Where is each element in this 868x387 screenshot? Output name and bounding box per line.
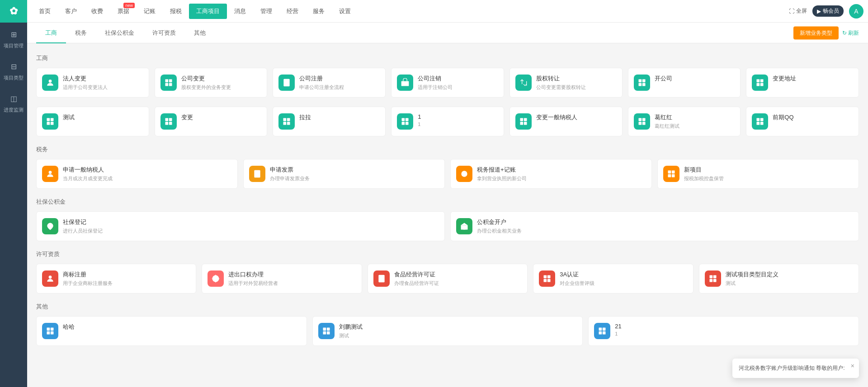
tab-shebao[interactable]: 社保公积金 <box>96 23 143 43</box>
notification-close-btn[interactable]: × <box>851 362 854 369</box>
fullscreen-icon: ⛶ <box>789 8 794 14</box>
sidebar-item-project-type[interactable]: ⊟ 项目类型 <box>0 55 27 87</box>
nav-service[interactable]: 服务 <box>306 0 332 23</box>
section-title-gongshang: 工商 <box>36 54 859 62</box>
card-title-company-register: 公司注册 <box>299 75 380 83</box>
card-num21[interactable]: 21 1 <box>588 316 859 346</box>
card-equity-transfer[interactable]: 股权转让 公司变更需要股权转让 <box>509 68 623 98</box>
fullscreen-btn[interactable]: ⛶ 全屏 <box>789 7 807 15</box>
card-test[interactable]: 测试 <box>36 107 149 136</box>
card-company-cancel[interactable]: 公司注销 适用于注销公司 <box>391 68 504 98</box>
nav-business[interactable]: 工商项目 <box>189 4 227 19</box>
gongshang-cards-row1: 法人变更 适用于公司变更法人 公司变更 股权变更外的业务变更 <box>36 68 859 98</box>
svg-rect-69 <box>713 279 716 282</box>
main-area: 首页 客户 收费 票据 new 记账 报税 工商项目 消息 管理 经营 服务 设… <box>27 0 868 387</box>
card-title-test: 测试 <box>63 113 143 121</box>
card-desc-gehonghong: 葛红红测试 <box>655 123 735 130</box>
card-open-company[interactable]: 开公司 <box>628 68 741 98</box>
card-change-general-taxpayer[interactable]: 变更一般纳税人 <box>509 107 623 136</box>
card-social-insurance[interactable]: 社保登记 进行人员社保登记 <box>36 211 445 241</box>
card-title-haha: 哈哈 <box>63 323 301 331</box>
card-title-liupeng-test: 刘鹏测试 <box>339 323 577 331</box>
card-apply-general-taxpayer[interactable]: 申请一般纳税人 当月或次月成变更完成 <box>36 159 238 189</box>
svg-rect-77 <box>326 331 330 335</box>
svg-rect-35 <box>524 118 527 121</box>
card-gehonghong[interactable]: 葛红红 葛红红测试 <box>628 107 741 136</box>
svg-rect-2 <box>169 79 172 83</box>
card-change2[interactable]: 变更 <box>155 107 268 136</box>
topnav: 首页 客户 收费 票据 new 记账 报税 工商项目 消息 管理 经营 服务 设… <box>27 0 868 23</box>
card-title-change2: 变更 <box>181 113 262 121</box>
card-desc-equity-transfer: 公司变更需要股权转让 <box>536 84 617 91</box>
nav-tax[interactable]: 报税 <box>163 0 189 23</box>
nav-operation[interactable]: 经营 <box>279 0 306 23</box>
card-title-new-project: 新项目 <box>684 166 853 174</box>
card-desc-housing-fund: 办理公积金相关业务 <box>477 228 853 234</box>
section-title-xuke: 许可资质 <box>36 250 859 258</box>
nav-accounting[interactable]: 记账 <box>137 0 163 23</box>
card-num1[interactable]: 1 1 <box>391 107 504 136</box>
nav-tickets[interactable]: 票据 new <box>110 0 137 23</box>
svg-rect-66 <box>709 275 712 279</box>
card-title-social-insurance: 社保登记 <box>63 218 439 226</box>
tab-shuiwu[interactable]: 税务 <box>66 23 96 43</box>
card-import-export[interactable]: 进出口权办理 适用于对外贸易经营者 <box>202 264 362 294</box>
vip-btn[interactable]: ▶ 畅会员 <box>812 5 844 17</box>
card-company-change[interactable]: 公司变更 股权变更外的业务变更 <box>155 68 268 98</box>
card-icon-apply-invoice <box>249 166 265 182</box>
card-tax-report[interactable]: 税务报道+记账 拿到营业执照的新公司 <box>450 159 652 189</box>
svg-rect-42 <box>757 118 760 121</box>
card-icon-liupeng-test <box>318 323 335 339</box>
project-type-icon: ⊟ <box>7 60 20 73</box>
svg-rect-19 <box>51 118 54 121</box>
nav-home[interactable]: 首页 <box>32 0 58 23</box>
card-company-register[interactable]: 公司注册 申请公司注册全流程 <box>273 68 386 98</box>
sidebar-logo[interactable]: ✿ <box>0 0 27 23</box>
project-management-icon: ⊞ <box>7 28 20 41</box>
avatar[interactable]: A <box>849 4 863 19</box>
card-apply-invoice[interactable]: 申请发票 办理申请发票业务 <box>243 159 445 189</box>
nav-message[interactable]: 消息 <box>227 0 253 23</box>
content: 工商 税务 社保公积金 许可资质 其他 新增业务类型 ↻ 刷新 工商 <box>27 23 868 387</box>
card-lala[interactable]: 拉拉 <box>273 107 386 136</box>
svg-rect-56 <box>463 227 466 230</box>
tabs-right: 新增业务类型 ↻ 刷新 <box>793 26 859 39</box>
card-new-project[interactable]: 新项目 报税加税控盘保管 <box>657 159 859 189</box>
vip-icon: ▶ <box>817 8 821 14</box>
svg-rect-26 <box>283 118 287 121</box>
card-3a-cert[interactable]: 3A认证 对企业信誉评级 <box>533 264 693 294</box>
section-title-other: 其他 <box>36 303 859 311</box>
card-trademark[interactable]: 商标注册 用于企业商标注册服务 <box>36 264 196 294</box>
sidebar-item-label: 项目管理 <box>4 42 24 49</box>
card-desc-tax-report: 拿到营业执照的新公司 <box>477 175 646 182</box>
refresh-button[interactable]: ↻ 刷新 <box>842 29 859 37</box>
card-food-license[interactable]: 食品经营许可证 办理食品经营许可证 <box>368 264 528 294</box>
tab-other[interactable]: 其他 <box>185 23 215 43</box>
card-legal-change[interactable]: 法人变更 适用于公司变更法人 <box>36 68 149 98</box>
card-early-qq[interactable]: 前期QQ <box>746 107 859 136</box>
svg-point-46 <box>49 171 52 174</box>
svg-rect-12 <box>638 83 642 86</box>
sidebar-item-project-management[interactable]: ⊞ 项目管理 <box>0 23 27 55</box>
card-title-housing-fund: 公积金开户 <box>477 218 853 226</box>
card-test-type[interactable]: 测试项目类型目定义 测试 <box>699 264 859 294</box>
new-type-button[interactable]: 新增业务类型 <box>793 26 839 39</box>
nav-settings[interactable]: 设置 <box>332 0 358 23</box>
tab-xuke[interactable]: 许可资质 <box>143 23 185 43</box>
nav-customer[interactable]: 客户 <box>58 0 84 23</box>
card-title-equity-transfer: 股权转让 <box>536 75 617 83</box>
card-housing-fund[interactable]: 公积金开户 办理公积金相关业务 <box>450 211 859 241</box>
card-icon-social-insurance <box>42 218 58 234</box>
sidebar-item-progress-monitor[interactable]: ◫ 进度监测 <box>0 87 27 119</box>
nav-billing[interactable]: 收费 <box>84 0 110 23</box>
card-icon-company-change <box>160 75 177 91</box>
svg-rect-10 <box>638 79 642 83</box>
card-icon-num21 <box>594 323 610 339</box>
card-haha[interactable]: 哈哈 <box>36 316 307 346</box>
tab-gongshang[interactable]: 工商 <box>36 23 66 43</box>
card-change-address[interactable]: 变更地址 <box>746 68 859 98</box>
nav-management[interactable]: 管理 <box>253 0 279 23</box>
progress-monitor-icon: ◫ <box>7 92 20 105</box>
card-desc-trademark: 用于企业商标注册服务 <box>63 280 190 287</box>
card-liupeng-test[interactable]: 刘鹏测试 测试 <box>312 316 583 346</box>
